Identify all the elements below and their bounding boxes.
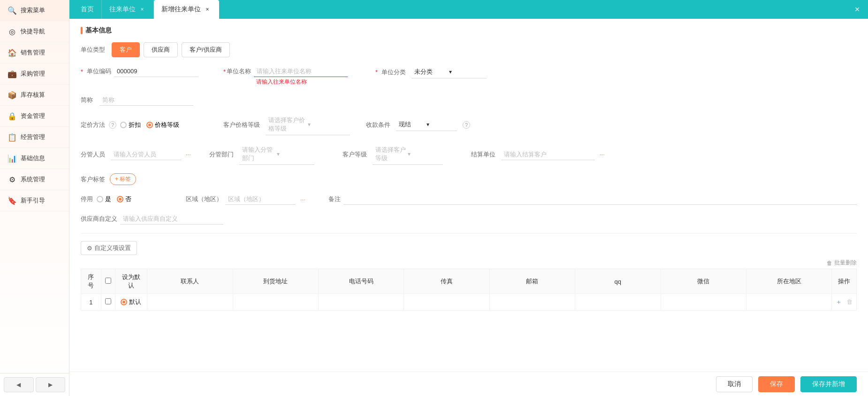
customer-level-placeholder: 请选择客户等级 bbox=[375, 146, 408, 163]
sidebar-item-basic-info[interactable]: 📊 基础信息 bbox=[0, 148, 69, 169]
select-all-checkbox[interactable] bbox=[105, 278, 111, 284]
payment-terms-select[interactable]: 现结 ▾ bbox=[396, 118, 457, 131]
tab-bar: 首页 往来单位 × 新增往来单位 × × bbox=[69, 0, 868, 19]
region-cell-input[interactable] bbox=[750, 299, 828, 306]
sidebar-item-search[interactable]: 🔍 搜索菜单 bbox=[0, 0, 69, 21]
custom-settings-icon: ⚙ bbox=[87, 245, 92, 252]
settlement-unit-input[interactable] bbox=[501, 149, 595, 160]
unit-code-field: * 单位编码 bbox=[81, 66, 212, 77]
sidebar: 🔍 搜索菜单 ◎ 快捷导航 🏠 销售管理 💼 采购管理 📦 库存核算 🔒 资金管… bbox=[0, 0, 69, 396]
supplier-custom-field: 供应商自定义 bbox=[81, 213, 245, 225]
qq-input[interactable] bbox=[579, 299, 656, 306]
cell-contact[interactable] bbox=[147, 294, 233, 311]
col-checkbox[interactable] bbox=[101, 269, 115, 294]
disable-yes-radio[interactable] bbox=[97, 196, 103, 202]
cell-region[interactable] bbox=[746, 294, 831, 311]
pricing-price-level[interactable]: 价格等级 bbox=[146, 121, 179, 129]
payment-help-icon[interactable]: ? bbox=[463, 121, 470, 129]
save-button[interactable]: 保存 bbox=[758, 376, 795, 392]
sidebar-item-system[interactable]: ⚙ 系统管理 bbox=[0, 169, 69, 190]
sidebar-item-inventory[interactable]: 📦 库存核算 bbox=[0, 85, 69, 106]
phone-input[interactable] bbox=[322, 299, 400, 306]
sidebar-bottom-right[interactable]: ▶ bbox=[36, 377, 66, 392]
cell-address[interactable] bbox=[233, 294, 318, 311]
settlement-unit-more[interactable]: ··· bbox=[598, 150, 607, 159]
manager-input[interactable] bbox=[111, 149, 181, 160]
unit-name-input[interactable] bbox=[254, 66, 348, 77]
pricing-discount-radio[interactable] bbox=[120, 122, 127, 128]
fax-input[interactable] bbox=[408, 299, 485, 306]
email-input[interactable] bbox=[494, 299, 571, 306]
cell-default[interactable]: 默认 bbox=[115, 294, 147, 311]
section-title-text: 基本信息 bbox=[85, 26, 112, 35]
sidebar-item-purchase[interactable]: 💼 采购管理 bbox=[0, 63, 69, 85]
supplier-custom-input[interactable] bbox=[120, 213, 223, 225]
disable-yes[interactable]: 是 bbox=[97, 195, 111, 203]
pricing-discount[interactable]: 折扣 bbox=[120, 121, 141, 129]
unit-type-field: 单位类型 客户 供应商 客户/供应商 bbox=[81, 42, 230, 57]
sidebar-item-finance[interactable]: 🔒 资金管理 bbox=[0, 106, 69, 127]
unit-type-both[interactable]: 客户/供应商 bbox=[182, 42, 230, 57]
add-row-btn[interactable]: ＋ bbox=[836, 298, 842, 305]
unit-type-customer[interactable]: 客户 bbox=[112, 42, 140, 57]
row-supplier-custom: 供应商自定义 bbox=[81, 213, 857, 225]
delete-row-btn[interactable]: 🗑 bbox=[846, 298, 853, 305]
unit-type-supplier[interactable]: 供应商 bbox=[144, 42, 178, 57]
tab-home[interactable]: 首页 bbox=[73, 0, 102, 19]
short-name-input[interactable] bbox=[99, 94, 193, 106]
custom-settings-button[interactable]: ⚙ 自定义项设置 bbox=[81, 241, 137, 255]
sidebar-item-sales[interactable]: 🏠 销售管理 bbox=[0, 42, 69, 63]
sidebar-item-quick-nav[interactable]: ◎ 快捷导航 bbox=[0, 21, 69, 42]
manager-more[interactable]: ··· bbox=[184, 150, 193, 159]
department-select[interactable]: 请输入分管部门 ▾ bbox=[239, 144, 314, 165]
wechat-input[interactable] bbox=[665, 299, 742, 306]
sidebar-label-finance: 资金管理 bbox=[21, 112, 45, 120]
cell-wechat[interactable] bbox=[661, 294, 746, 311]
sidebar-item-management[interactable]: 📋 经营管理 bbox=[0, 127, 69, 148]
region-more[interactable]: ··· bbox=[298, 195, 307, 204]
customer-level-chevron: ▾ bbox=[408, 151, 440, 157]
pricing-help-icon[interactable]: ? bbox=[109, 121, 116, 129]
tab-new-partner[interactable]: 新增往来单位 × bbox=[154, 0, 219, 19]
remark-label: 备注 bbox=[328, 195, 341, 203]
disable-field: 停用 是 否 bbox=[81, 195, 175, 203]
tab-partner[interactable]: 往来单位 × bbox=[102, 0, 154, 19]
add-tag-button[interactable]: + 标签 bbox=[110, 173, 136, 185]
row-checkbox[interactable] bbox=[105, 298, 111, 304]
default-radio[interactable] bbox=[121, 299, 127, 305]
disable-no[interactable]: 否 bbox=[117, 195, 131, 203]
footer: 取消 保存 保存并新增 bbox=[69, 372, 868, 396]
customer-price-level-select[interactable]: 请选择客户价格等级 ▾ bbox=[266, 114, 350, 135]
customer-price-level-label: 客户价格等级 bbox=[223, 121, 260, 129]
cell-checkbox[interactable] bbox=[101, 294, 115, 311]
pricing-price-level-radio[interactable] bbox=[146, 122, 153, 128]
cell-action[interactable]: ＋ 🗑 bbox=[832, 294, 857, 311]
cell-phone[interactable] bbox=[318, 294, 404, 311]
region-input[interactable] bbox=[225, 194, 296, 205]
unit-category-select[interactable]: 未分类 ▾ bbox=[411, 66, 487, 78]
default-radio-item[interactable]: 默认 bbox=[119, 298, 144, 306]
cell-email[interactable] bbox=[489, 294, 575, 311]
address-input[interactable] bbox=[237, 299, 314, 306]
disable-no-radio[interactable] bbox=[117, 196, 123, 202]
sidebar-item-guide[interactable]: 🔖 新手引导 bbox=[0, 190, 69, 211]
contact-input[interactable] bbox=[151, 299, 228, 306]
tab-bar-close-all[interactable]: × bbox=[850, 5, 864, 15]
cell-qq[interactable] bbox=[575, 294, 661, 311]
sidebar-label-basic-info: 基础信息 bbox=[21, 154, 45, 163]
nav-icon: ◎ bbox=[8, 27, 17, 36]
cell-fax[interactable] bbox=[404, 294, 489, 311]
batch-delete-btn[interactable]: 🗑 批量删除 bbox=[827, 259, 857, 267]
tab-new-partner-close[interactable]: × bbox=[204, 6, 211, 13]
save-new-button[interactable]: 保存并新增 bbox=[800, 376, 857, 392]
customer-level-select[interactable]: 请选择客户等级 ▾ bbox=[373, 144, 443, 165]
row-disable-region: 停用 是 否 区域（地区） ··· bbox=[81, 194, 857, 205]
unit-code-input[interactable] bbox=[114, 66, 198, 77]
col-action: 操作 bbox=[832, 269, 857, 294]
management-icon: 📋 bbox=[8, 132, 17, 142]
tab-partner-label: 往来单位 bbox=[109, 5, 136, 14]
remark-input[interactable] bbox=[343, 194, 857, 205]
tab-partner-close[interactable]: × bbox=[138, 6, 146, 13]
cancel-button[interactable]: 取消 bbox=[716, 376, 753, 392]
sidebar-bottom-left[interactable]: ◀ bbox=[4, 377, 34, 392]
